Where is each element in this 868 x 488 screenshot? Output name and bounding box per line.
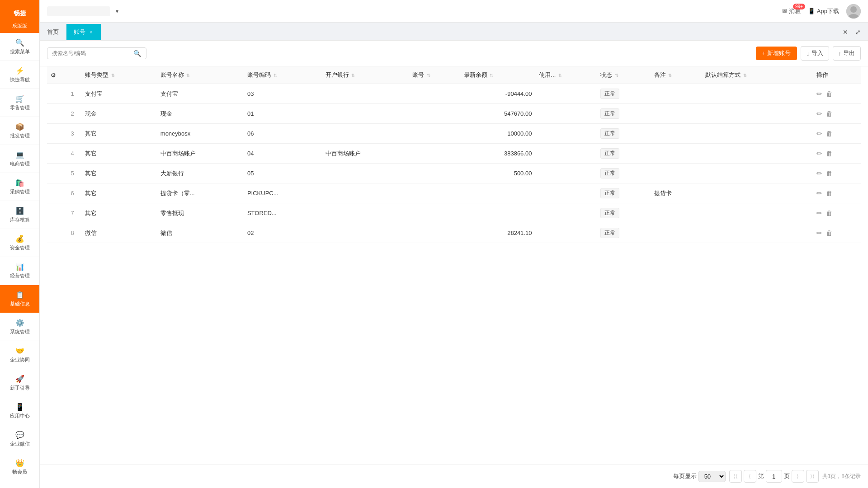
row-payment-6: [702, 183, 812, 203]
edit-icon-4[interactable]: ✏: [816, 150, 822, 158]
edit-icon-5[interactable]: ✏: [816, 169, 822, 178]
import-label: 导入: [811, 49, 823, 57]
tab-fullscreen-icon[interactable]: ⤢: [854, 28, 863, 37]
page-last-button[interactable]: ⟩⟩: [806, 470, 819, 483]
search-icon: 🔍: [15, 38, 24, 47]
sidebar-item-retail[interactable]: 🛒零售管理: [0, 89, 39, 117]
sidebar-item-shortcut[interactable]: ⚡快捷导航: [0, 61, 39, 89]
th-balance[interactable]: 最新余额 ⇅: [460, 66, 536, 84]
sidebar-item-inventory[interactable]: 🗄️库存核算: [0, 201, 39, 229]
page-total-label: 共1页，8条记录: [822, 473, 861, 480]
th-type[interactable]: 账号类型 ⇅: [81, 66, 157, 84]
sidebar-item-agreement[interactable]: 🤝企业协同: [0, 341, 39, 369]
sidebar-label-guide: 新手引导: [10, 385, 30, 391]
tab-home-label: 首页: [47, 28, 59, 36]
th-remark[interactable]: 备注 ⇅: [651, 66, 702, 84]
delete-icon-7[interactable]: 🗑: [826, 209, 833, 217]
sidebar-label-basic: 基础信息: [10, 300, 30, 307]
sidebar-logo: 畅捷 乐版版: [0, 0, 39, 33]
purchase-icon: 🛍️: [15, 178, 24, 187]
tab-home[interactable]: 首页: [40, 24, 66, 40]
delete-icon-4[interactable]: 🗑: [826, 150, 833, 157]
edit-icon-2[interactable]: ✏: [816, 110, 822, 118]
user-avatar[interactable]: [846, 4, 861, 19]
sidebar-item-wechat[interactable]: 💬企业微信: [0, 425, 39, 453]
per-page-select[interactable]: 50 100 200: [698, 471, 726, 482]
th-usage[interactable]: 使用... ⇅: [535, 66, 597, 84]
sidebar-item-apps[interactable]: 📱应用中心: [0, 397, 39, 425]
import-button[interactable]: ↓ 导入: [801, 46, 829, 61]
sidebar-item-search[interactable]: 🔍搜索菜单: [0, 33, 39, 61]
sidebar-item-member[interactable]: 👑畅会员: [0, 453, 39, 481]
delete-icon-6[interactable]: 🗑: [826, 189, 833, 197]
sidebar-item-basic[interactable]: 📋基础信息: [0, 285, 39, 313]
tab-account[interactable]: 账号 ×: [66, 24, 101, 40]
row-num-1: 1: [63, 84, 81, 104]
edit-icon-1[interactable]: ✏: [816, 90, 822, 98]
page-number-input[interactable]: [766, 470, 782, 483]
row-code-6: PICKUPC...: [244, 183, 322, 203]
th-code[interactable]: 账号编码 ⇅: [244, 66, 322, 84]
search-button[interactable]: 🔍: [133, 50, 141, 57]
header-app-download[interactable]: 📱 App下载: [808, 7, 839, 15]
row-ops-2: ✏ 🗑: [813, 104, 861, 124]
sidebar-item-guide[interactable]: 🚀新手引导: [0, 369, 39, 397]
row-type-5: 其它: [81, 164, 157, 183]
sidebar-item-finance[interactable]: 💰资金管理: [0, 229, 39, 257]
delete-icon-5[interactable]: 🗑: [826, 169, 833, 177]
row-remark-1: [651, 84, 702, 104]
sidebar-item-ecommerce[interactable]: 💻电商管理: [0, 145, 39, 173]
row-usage-6: [535, 183, 597, 203]
edit-icon-6[interactable]: ✏: [816, 189, 822, 197]
add-account-button[interactable]: + 新增账号: [756, 47, 797, 60]
th-account[interactable]: 账号 ⇅: [409, 66, 460, 84]
row-ops-5: ✏ 🗑: [813, 164, 861, 183]
tab-close-icon[interactable]: ×: [88, 29, 94, 35]
avatar-image: [846, 4, 861, 19]
header-right: ✉ 消息 99+ 📱 App下载: [782, 4, 861, 19]
edit-icon-3[interactable]: ✏: [816, 130, 822, 138]
page-first-button[interactable]: ⟨⟨: [729, 470, 742, 483]
table-row: 2 现金 现金 01 547670.00 正常 ✏ 🗑: [47, 104, 861, 124]
page-next-button[interactable]: ⟩: [792, 470, 804, 483]
row-name-8: 微信: [157, 223, 244, 243]
header-search-input[interactable]: [52, 8, 97, 14]
sidebar-item-system[interactable]: ⚙️系统管理: [0, 313, 39, 341]
delete-icon-2[interactable]: 🗑: [826, 110, 833, 117]
th-payment[interactable]: 默认结算方式 ⇅: [702, 66, 812, 84]
row-type-3: 其它: [81, 124, 157, 144]
row-code-1: 03: [244, 84, 322, 104]
header-search-box[interactable]: [47, 6, 110, 16]
page-size-selector[interactable]: 每页显示 50 100 200: [673, 471, 726, 482]
th-bank[interactable]: 开户银行 ⇅: [322, 66, 409, 84]
sidebar-item-operation[interactable]: 📊经营管理: [0, 257, 39, 285]
page-prev-button[interactable]: ⟨: [744, 470, 756, 483]
account-search-input[interactable]: [52, 50, 133, 56]
sidebar-item-purchase[interactable]: 🛍️采购管理: [0, 173, 39, 201]
export-button[interactable]: ↑ 导出: [833, 46, 861, 61]
row-num-3: 3: [63, 124, 81, 144]
th-name[interactable]: 账号名称 ⇅: [157, 66, 244, 84]
delete-icon-1[interactable]: 🗑: [826, 90, 833, 98]
row-name-6: 提货卡（零...: [157, 183, 244, 203]
row-num-7: 7: [63, 203, 81, 223]
delete-icon-3[interactable]: 🗑: [826, 130, 833, 137]
account-search-box[interactable]: 🔍: [47, 47, 146, 59]
delete-icon-8[interactable]: 🗑: [826, 229, 833, 237]
sidebar-label-apps: 应用中心: [10, 413, 30, 419]
wechat-icon: 💬: [15, 431, 24, 439]
edit-icon-7[interactable]: ✏: [816, 209, 822, 217]
svg-text:畅捷: 畅捷: [14, 9, 27, 17]
svg-point-3: [850, 6, 857, 13]
th-settings[interactable]: ⚙: [47, 66, 63, 84]
row-bank-6: [322, 183, 409, 203]
header-dropdown[interactable]: ▾: [116, 8, 118, 14]
sidebar-item-wholesale[interactable]: 📦批发管理: [0, 117, 39, 145]
row-status-5: 正常: [597, 164, 651, 183]
th-status[interactable]: 状态 ⇅: [597, 66, 651, 84]
edit-icon-8[interactable]: ✏: [816, 229, 822, 237]
app-download-label: App下载: [817, 7, 839, 15]
header-message[interactable]: ✉ 消息 99+: [782, 7, 801, 15]
tab-close-all-icon[interactable]: ✕: [841, 28, 850, 37]
agreement-icon: 🤝: [15, 347, 24, 355]
